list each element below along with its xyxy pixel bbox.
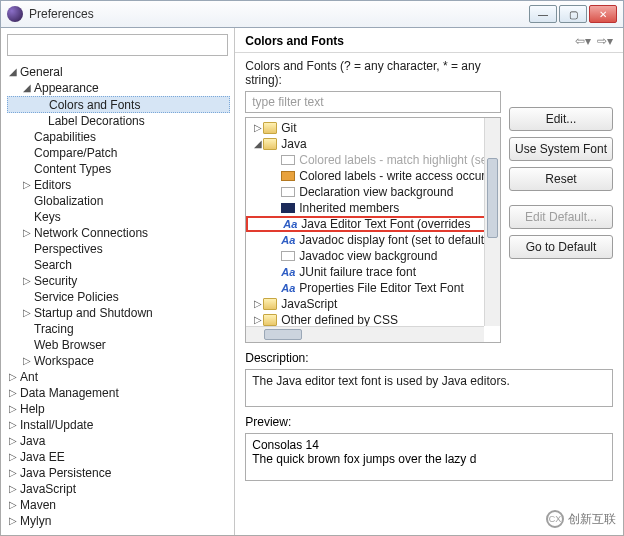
expand-icon[interactable]: ▷ (7, 417, 18, 433)
expand-icon[interactable]: ▷ (7, 385, 18, 401)
tree-item[interactable]: ▷Java Persistence (7, 465, 230, 481)
preview-block: Preview: Consolas 14 The quick brown fox… (235, 407, 623, 481)
tree-item[interactable]: Compare/Patch (7, 145, 230, 161)
tree-item-label: Capabilities (32, 129, 96, 145)
font-icon: Aa (281, 264, 295, 280)
expand-icon[interactable]: ▷ (21, 225, 32, 241)
tree-item[interactable]: ▷Network Connections (7, 225, 230, 241)
tree-item[interactable]: ▷Data Management (7, 385, 230, 401)
cf-tree-item[interactable]: ◢Java (246, 136, 500, 152)
tree-item-label: Keys (32, 209, 61, 225)
cf-tree-item[interactable]: AaProperties File Editor Text Font (246, 280, 500, 296)
left-filter-input[interactable] (7, 34, 228, 56)
tree-item[interactable]: Tracing (7, 321, 230, 337)
cf-tree-item[interactable]: AaJUnit failure trace font (246, 264, 500, 280)
tree-item[interactable]: ▷Startup and Shutdown (7, 305, 230, 321)
colors-fonts-column: Colors and Fonts (? = any character, * =… (245, 59, 501, 343)
expand-icon[interactable]: ▷ (21, 353, 32, 369)
tree-item[interactable]: Search (7, 257, 230, 273)
maximize-button[interactable]: ▢ (559, 5, 587, 23)
tree-item[interactable]: ▷JavaScript (7, 481, 230, 497)
tree-item-label: Label Decorations (46, 113, 145, 129)
color-swatch (281, 155, 295, 165)
use-system-font-button[interactable]: Use System Font (509, 137, 613, 161)
nav-back-icon[interactable]: ⇦▾ (575, 34, 591, 48)
expand-icon[interactable]: ▷ (21, 177, 32, 193)
tree-item[interactable]: ▷Help (7, 401, 230, 417)
tree-item[interactable]: ▷Ant (7, 369, 230, 385)
expand-icon[interactable]: ▷ (7, 465, 18, 481)
right-body: Colors and Fonts (? = any character, * =… (235, 59, 623, 343)
section-label: Colors and Fonts (? = any character, * =… (245, 59, 501, 87)
tree-item[interactable]: ▷Security (7, 273, 230, 289)
tree-item[interactable]: ▷Java EE (7, 449, 230, 465)
expand-icon[interactable]: ◢ (252, 136, 263, 152)
tree-item[interactable]: ▷Editors (7, 177, 230, 193)
cf-tree-item[interactable]: Javadoc view background (246, 248, 500, 264)
tree-item[interactable]: ▷Maven (7, 497, 230, 513)
tree-item-label: Web Browser (32, 337, 106, 353)
reset-button[interactable]: Reset (509, 167, 613, 191)
right-header: Colors and Fonts ⇦▾ ⇨▾ (235, 28, 623, 52)
expand-icon[interactable]: ▷ (7, 513, 18, 529)
edit-button[interactable]: Edit... (509, 107, 613, 131)
tree-item[interactable]: ◢Appearance (7, 80, 230, 96)
watermark-icon: CX (546, 510, 564, 528)
cf-tree-item[interactable]: Colored labels - match highlight (set t (246, 152, 500, 168)
cf-tree-item[interactable]: ▷JavaScript (246, 296, 500, 312)
expand-icon[interactable]: ▷ (7, 497, 18, 513)
tree-item-label: Globalization (32, 193, 103, 209)
cf-tree-item[interactable]: AaJava Editor Text Font (overrides (246, 216, 500, 232)
tree-item[interactable]: Keys (7, 209, 230, 225)
tree-item[interactable]: Service Policies (7, 289, 230, 305)
cf-filter-input[interactable]: type filter text (245, 91, 501, 113)
tree-item[interactable]: Colors and Fonts (7, 96, 230, 113)
expand-icon[interactable]: ▷ (7, 449, 18, 465)
tree-item[interactable]: Label Decorations (7, 113, 230, 129)
cf-tree-item[interactable]: ▷Git (246, 120, 500, 136)
tree-item-label: Network Connections (32, 225, 148, 241)
tree-item-label: Appearance (32, 80, 99, 96)
window-title: Preferences (29, 7, 529, 21)
expand-icon[interactable]: ▷ (21, 305, 32, 321)
cf-tree-item[interactable]: Inherited members (246, 200, 500, 216)
v-thumb[interactable] (487, 158, 498, 238)
tree-item[interactable]: Perspectives (7, 241, 230, 257)
preview-label: Preview: (245, 415, 613, 429)
tree-item[interactable]: Content Types (7, 161, 230, 177)
tree-item[interactable]: ▷Install/Update (7, 417, 230, 433)
tree-item[interactable]: Capabilities (7, 129, 230, 145)
expand-icon[interactable]: ◢ (7, 64, 18, 80)
tree-item[interactable]: Web Browser (7, 337, 230, 353)
folder-icon (263, 122, 277, 134)
horizontal-scrollbar[interactable] (246, 326, 484, 342)
nav-fwd-icon[interactable]: ⇨▾ (597, 34, 613, 48)
expand-icon[interactable]: ▷ (7, 401, 18, 417)
cf-tree-item[interactable]: AaJavadoc display font (set to default: … (246, 232, 500, 248)
expand-icon[interactable]: ▷ (7, 481, 18, 497)
cf-tree[interactable]: ▷Git◢JavaColored labels - match highligh… (246, 118, 500, 330)
expand-icon[interactable]: ▷ (21, 273, 32, 289)
minimize-button[interactable]: — (529, 5, 557, 23)
tree-item[interactable]: ▷Workspace (7, 353, 230, 369)
cf-tree-item[interactable]: Declaration view background (246, 184, 500, 200)
tree-item[interactable]: ◢General (7, 64, 230, 80)
tree-item[interactable]: ▷Mylyn (7, 513, 230, 529)
expand-icon[interactable]: ▷ (252, 120, 263, 136)
expand-icon[interactable]: ▷ (252, 296, 263, 312)
expand-icon[interactable]: ▷ (7, 433, 18, 449)
edit-default-button[interactable]: Edit Default... (509, 205, 613, 229)
close-button[interactable]: ✕ (589, 5, 617, 23)
expand-icon[interactable]: ▷ (7, 369, 18, 385)
expand-icon[interactable]: ◢ (21, 80, 32, 96)
color-swatch (281, 251, 295, 261)
preferences-tree[interactable]: ◢General◢AppearanceColors and FontsLabel… (1, 62, 234, 535)
vertical-scrollbar[interactable] (484, 118, 500, 326)
cf-tree-item[interactable]: Colored labels - write access occurrer (246, 168, 500, 184)
tree-item[interactable]: ▷Java (7, 433, 230, 449)
tree-item[interactable]: Globalization (7, 193, 230, 209)
h-thumb[interactable] (264, 329, 302, 340)
go-to-default-button[interactable]: Go to Default (509, 235, 613, 259)
tree-item-label: General (18, 64, 63, 80)
tree-item-label: Java (18, 433, 45, 449)
